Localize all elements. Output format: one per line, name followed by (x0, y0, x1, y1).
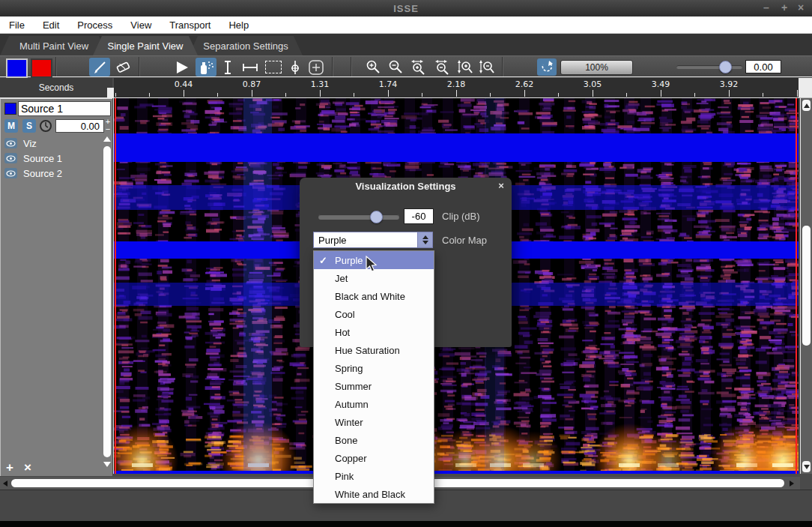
paint-color-blue-swatch[interactable] (6, 58, 28, 78)
tab-separation-settings[interactable]: Separation Settings (189, 36, 303, 55)
airbrush-tool-button[interactable] (196, 58, 216, 76)
dialog-close-button[interactable]: × (495, 180, 507, 192)
ruler-label: 1.74 (373, 79, 403, 89)
visibility-eye-icon[interactable] (4, 168, 17, 178)
pan-value-input[interactable] (745, 60, 781, 73)
zoom-in-horizontal-button[interactable] (409, 58, 430, 76)
zoom-in-button[interactable] (364, 58, 384, 76)
add-track-button[interactable]: + (6, 460, 13, 475)
time-range-tool-button[interactable] (240, 58, 261, 76)
ruler-label: 3.05 (578, 79, 608, 89)
paint-color-red-swatch[interactable] (31, 58, 52, 78)
tab-single-paint-view[interactable]: Single Paint View (93, 36, 198, 55)
time-ruler[interactable]: 0.440.871.311.742.182.623.053.493.92 (114, 78, 799, 98)
colormap-option-hot[interactable]: Hot (314, 323, 434, 341)
zoom-in-vertical-button[interactable] (455, 58, 475, 76)
pan-slider-track[interactable] (676, 65, 742, 69)
zoom-out-horizontal-icon (434, 58, 453, 76)
time-cursor-tool-button[interactable] (219, 58, 236, 76)
brush-tool-button[interactable] (89, 58, 110, 76)
colormap-option-summer[interactable]: Summer (314, 377, 434, 395)
colormap-combobox[interactable]: Purple (313, 232, 433, 248)
frequency-range-tool-button[interactable] (286, 58, 304, 76)
track-panel: M S + − VizSource 1Source 2 + × (0, 98, 112, 476)
remove-track-button[interactable]: × (24, 460, 31, 475)
scroll-down-button[interactable] (802, 461, 811, 472)
title-bar[interactable]: ISSE – + × (0, 0, 812, 16)
zoom-out-button[interactable] (387, 58, 406, 76)
colormap-option-black-and-white[interactable]: Black and White (314, 287, 434, 305)
layer-row-source-1[interactable]: Source 1 (1, 151, 101, 166)
pan-slider-thumb[interactable] (719, 61, 732, 73)
layer-row-viz[interactable]: Viz (1, 136, 101, 151)
colormap-option-label: Copper (335, 453, 367, 464)
track-name-input[interactable] (18, 101, 111, 116)
menu-item-view[interactable]: View (130, 19, 151, 31)
ruler-label: 1.31 (305, 79, 335, 89)
colormap-option-label: Purple (335, 255, 363, 266)
colormap-option-copper[interactable]: Copper (314, 449, 434, 467)
menu-item-transport[interactable]: Transport (169, 19, 210, 31)
clip-slider-track[interactable] (318, 214, 399, 220)
dashed-rect-icon (265, 61, 282, 73)
panel-scrollbar-thumb[interactable] (103, 146, 111, 457)
colormap-option-spring[interactable]: Spring (314, 359, 434, 377)
colormap-option-bone[interactable]: Bone (314, 431, 434, 449)
panel-scroll-up-icon[interactable] (103, 136, 111, 142)
scroll-left-arrow-icon[interactable] (3, 481, 7, 487)
bottom-strip (0, 521, 812, 527)
menu-item-process[interactable]: Process (77, 19, 112, 31)
visibility-eye-icon[interactable] (4, 153, 17, 163)
colormap-option-label: Summer (335, 381, 372, 392)
colormap-option-winter[interactable]: Winter (314, 413, 434, 431)
ruler-minor-tick (422, 93, 422, 97)
colormap-option-label: Winter (335, 417, 363, 428)
panel-scroll-down-icon[interactable] (103, 462, 111, 467)
colormap-option-autumn[interactable]: Autumn (314, 395, 434, 413)
colormap-option-cool[interactable]: Cool (314, 305, 434, 323)
vertical-scrollbar-thumb[interactable] (802, 226, 811, 346)
close-button[interactable]: × (794, 1, 808, 13)
colormap-popup-list: ✓PurpleJetBlack and WhiteCoolHotHue Satu… (313, 250, 434, 504)
zoom-out-vertical-button[interactable] (477, 58, 497, 76)
ruler-major-tick (320, 90, 321, 97)
colormap-label: Color Map (442, 235, 487, 246)
dialog-title: Visualization Settings (300, 181, 512, 192)
zoom-in-icon (366, 59, 382, 76)
add-region-tool-button[interactable] (306, 58, 327, 76)
rect-select-tool-button[interactable] (263, 58, 284, 76)
mute-button[interactable]: M (4, 119, 18, 133)
maximize-button[interactable]: + (778, 1, 791, 13)
track-color-swatch[interactable] (4, 103, 16, 115)
selector-tool-button[interactable] (171, 58, 193, 76)
menu-item-help[interactable]: Help (228, 19, 249, 31)
ruler-minor-tick (217, 93, 218, 97)
ruler-minor-tick (626, 93, 627, 97)
tab-multi-paint-view[interactable]: Multi Paint View (0, 36, 108, 55)
solo-button[interactable]: S (22, 119, 36, 133)
loop-zoom-reset-button[interactable] (537, 58, 557, 76)
gain-spin-down[interactable]: − (103, 126, 112, 133)
colormap-option-pink[interactable]: Pink (314, 467, 434, 485)
scroll-right-arrow-icon[interactable] (790, 481, 794, 487)
combobox-arrows-icon[interactable] (417, 232, 432, 247)
menu-item-file[interactable]: File (9, 19, 25, 31)
minimize-button[interactable]: – (760, 1, 773, 13)
zoom-out-horizontal-button[interactable] (433, 58, 454, 76)
cursor-arrow-icon (175, 60, 190, 75)
clip-slider-thumb[interactable] (370, 211, 383, 223)
clip-value-input[interactable] (404, 208, 434, 224)
eraser-tool-button[interactable] (112, 58, 133, 76)
toolbar: 100% (0, 55, 812, 77)
scroll-up-button[interactable] (802, 100, 811, 111)
ruler-minor-tick (285, 93, 286, 97)
visibility-eye-icon[interactable] (4, 138, 17, 148)
layer-row-source-2[interactable]: Source 2 (1, 166, 101, 181)
colormap-option-hue-saturation[interactable]: Hue Saturation (314, 341, 434, 359)
clock-icon[interactable] (39, 119, 52, 133)
colormap-option-white-and-black[interactable]: White and Black (314, 485, 434, 503)
menu-item-edit[interactable]: Edit (43, 19, 59, 31)
zoom-in-vertical-icon (456, 58, 474, 76)
gain-value-input[interactable] (55, 119, 104, 133)
vertical-scrollbar[interactable] (800, 98, 812, 474)
